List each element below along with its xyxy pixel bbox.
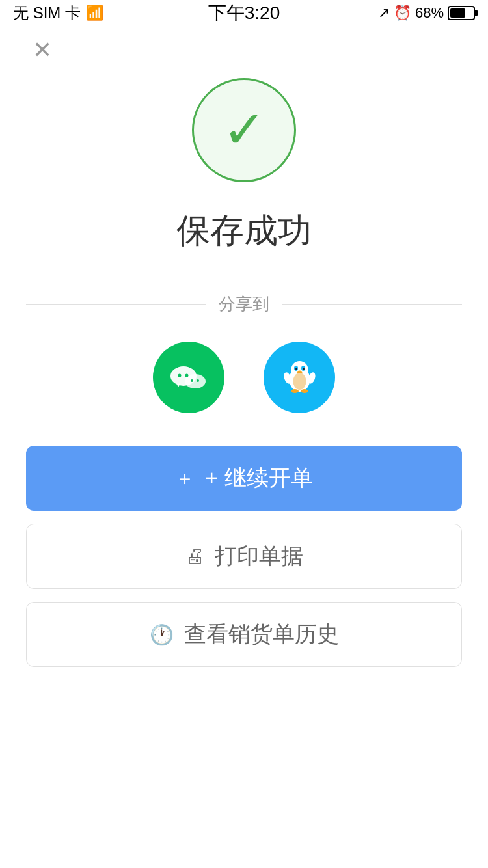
- checkmark-icon: ✓: [223, 104, 266, 156]
- alarm-icon: ⏰: [394, 5, 411, 21]
- battery-percent: 68%: [415, 5, 444, 21]
- svg-point-14: [293, 373, 306, 390]
- divider-right: [282, 304, 462, 305]
- continue-button[interactable]: ＋ + 继续开单: [26, 446, 462, 511]
- carrier-label: 无 SIM 卡: [13, 3, 81, 23]
- success-title: 保存成功: [176, 208, 312, 254]
- status-left: 无 SIM 卡 📶: [13, 3, 103, 23]
- wechat-icon: [168, 357, 210, 399]
- clock-icon: 🕐: [150, 623, 174, 646]
- printer-icon: 🖨: [185, 545, 204, 567]
- history-button[interactable]: 🕐 查看销货单历史: [26, 602, 462, 667]
- status-right: ↗ ⏰ 68%: [378, 5, 475, 21]
- svg-point-3: [185, 373, 188, 377]
- divider-left: [26, 304, 206, 305]
- close-button[interactable]: ✕: [26, 34, 59, 66]
- svg-point-4: [191, 379, 193, 382]
- battery-icon: [448, 6, 475, 20]
- continue-label: + 继续开单: [205, 463, 312, 493]
- main-content: ✓ 保存成功 分享到: [0, 26, 488, 667]
- svg-point-2: [178, 373, 181, 377]
- plus-icon: ＋: [175, 465, 195, 492]
- wechat-share-button[interactable]: [153, 342, 224, 413]
- location-icon: ↗: [378, 5, 390, 21]
- qq-share-button[interactable]: [264, 342, 335, 413]
- svg-point-5: [197, 379, 199, 382]
- svg-point-15: [291, 389, 299, 393]
- share-label: 分享到: [206, 293, 282, 316]
- svg-point-16: [301, 389, 308, 393]
- status-time: 下午3:20: [208, 1, 280, 25]
- share-icons: [0, 342, 488, 413]
- status-bar: 无 SIM 卡 📶 下午3:20 ↗ ⏰ 68%: [0, 0, 488, 26]
- wifi-icon: 📶: [86, 5, 103, 21]
- success-circle: ✓: [192, 78, 296, 182]
- svg-point-12: [303, 368, 305, 370]
- print-button[interactable]: 🖨 打印单据: [26, 524, 462, 589]
- print-label: 打印单据: [215, 541, 303, 571]
- qq-icon: [278, 357, 321, 399]
- share-divider: 分享到: [0, 293, 488, 316]
- share-section: 分享到: [0, 293, 488, 413]
- history-label: 查看销货单历史: [184, 619, 339, 649]
- action-buttons: ＋ + 继续开单 🖨 打印单据 🕐 查看销货单历史: [0, 446, 488, 667]
- close-icon: ✕: [33, 38, 52, 62]
- svg-point-11: [295, 368, 297, 370]
